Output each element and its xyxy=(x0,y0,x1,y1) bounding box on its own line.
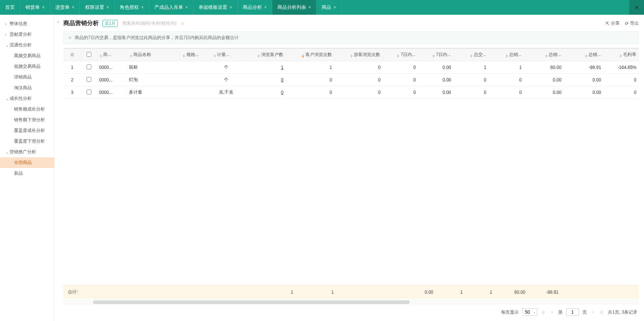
link-cell[interactable]: 0 xyxy=(281,90,284,95)
share-button[interactable]: ⇱分享 xyxy=(606,20,620,27)
close-icon[interactable]: × xyxy=(72,5,74,10)
column-browse-customers[interactable]: ▲▼浏览客户数 xyxy=(242,49,286,61)
tab-商品分析[interactable]: 商品分析× xyxy=(238,0,272,15)
page-last-button[interactable]: ›| xyxy=(599,310,604,315)
column-customer-views[interactable]: ▲▼客户浏览次数 xyxy=(286,49,334,61)
column-checkbox-all[interactable] xyxy=(81,49,97,61)
row-checkbox[interactable] xyxy=(87,64,91,69)
per-page-label: 每页显示 xyxy=(501,309,519,315)
totals-row: 合计: 1 1 0.00 1 1 60.00 -98.91 xyxy=(63,285,639,299)
tab-首页[interactable]: 首页 xyxy=(0,0,20,15)
chevron-down-icon: ⌄ xyxy=(5,150,9,155)
sidebar-group-整体信息[interactable]: ›整体信息 xyxy=(0,18,54,29)
export-icon: ⟳ xyxy=(625,21,629,26)
close-icon[interactable]: × xyxy=(141,5,144,10)
close-tab-button[interactable]: ✕ xyxy=(629,0,644,15)
page-prev-button[interactable]: ‹ xyxy=(550,310,554,315)
close-icon[interactable]: × xyxy=(333,5,336,10)
tab-进货单[interactable]: 进货单× xyxy=(50,0,80,15)
search-input[interactable] xyxy=(122,19,184,28)
close-icon[interactable]: × xyxy=(308,5,311,10)
close-icon[interactable]: × xyxy=(106,5,109,10)
share-icon: ⇱ xyxy=(606,21,609,26)
export-button[interactable]: ⟳导出 xyxy=(625,20,639,27)
sidebar-item-覆盖度下滑分析[interactable]: 覆盖度下滑分析 xyxy=(0,136,54,147)
sidebar-item-高频交易商品[interactable]: 高频交易商品 xyxy=(0,50,54,61)
column-total-b[interactable]: ▲▼总销... xyxy=(489,49,524,61)
page-summary: 共1页, 3条记录 xyxy=(608,309,637,315)
page-suffix: 页 xyxy=(582,309,587,315)
pagination: 每页显示 50 ⌄ |‹ ‹ 第 页 › ›| 共1页, 3条记录 xyxy=(63,305,639,321)
sidebar-item-滞销商品[interactable]: 滞销商品 xyxy=(0,72,54,83)
horizontal-scrollbar[interactable] xyxy=(63,300,639,305)
sidebar-item-淘汰商品[interactable]: 淘汰商品 xyxy=(0,83,54,93)
totals-label: 合计: xyxy=(68,289,141,295)
page-first-button[interactable]: |‹ xyxy=(541,310,546,315)
chevron-right-icon: › xyxy=(5,21,9,27)
sidebar-item-销售额下滑分析[interactable]: 销售额下滑分析 xyxy=(0,115,54,125)
sidebar-group-贡献度分析[interactable]: ›贡献度分析 xyxy=(0,29,54,40)
sidebar-item-新品[interactable]: 新品 xyxy=(0,168,54,179)
close-icon[interactable]: × xyxy=(42,5,45,10)
sidebar-item-低频交易商品[interactable]: 低频交易商品 xyxy=(0,61,54,72)
column-total-d[interactable]: ▲▼总销... xyxy=(564,49,603,61)
tip-icon: ✧ xyxy=(68,35,72,41)
column-code[interactable]: ▲▼商... xyxy=(97,49,127,61)
tab-商品分析列表[interactable]: 商品分析列表× xyxy=(272,0,316,15)
link-cell[interactable]: 1 xyxy=(281,65,284,70)
column-7d-b[interactable]: ▲▼7日内... xyxy=(418,49,454,61)
page-input[interactable] xyxy=(566,308,579,316)
table-row: 10000...鼠标个11000.001160.00-98.91-164.85% xyxy=(63,61,639,74)
page-title: 商品营销分析 xyxy=(63,20,99,27)
sidebar-item-销售额成长分析[interactable]: 销售额成长分析 xyxy=(0,104,54,115)
chevron-down-icon: ⌄ xyxy=(5,96,9,101)
tab-单据模板设置[interactable]: 单据模板设置× xyxy=(193,0,238,15)
column-profit[interactable]: ▲▼毛利率 xyxy=(603,49,639,61)
close-icon[interactable]: × xyxy=(264,5,267,10)
collapse-sidebar-button[interactable]: « xyxy=(55,15,62,321)
column-settings[interactable]: ⚙ xyxy=(63,49,81,61)
search-icon[interactable]: ⌕ xyxy=(181,20,184,26)
select-all-checkbox[interactable] xyxy=(87,52,91,57)
sidebar-item-全部商品[interactable]: 全部商品 xyxy=(0,157,54,168)
tip-text: 商品的7日内交易，是指客户浏览过此商品的分享，并且7日内购买此商品的金额合计 xyxy=(75,35,239,41)
tab-产成品入库单[interactable]: 产成品入库单× xyxy=(149,0,193,15)
column-name[interactable]: ▲▼商品名称 xyxy=(127,49,180,61)
sidebar-item-覆盖度成长分析[interactable]: 覆盖度成长分析 xyxy=(0,125,54,136)
tab-权限设置[interactable]: 权限设置× xyxy=(80,0,115,15)
tab-角色授权[interactable]: 角色授权× xyxy=(115,0,149,15)
sidebar: ›整体信息›贡献度分析⌄流通性分析高频交易商品低频交易商品滞销商品淘汰商品⌄成长… xyxy=(0,15,55,321)
sidebar-group-营销推广分析[interactable]: ⌄营销推广分析 xyxy=(0,147,54,157)
table-row: 20000...灯泡个00000.00000.000.000 xyxy=(63,74,639,86)
table-row: 30000...多计量克,千克00000.00000.000.000 xyxy=(63,86,639,99)
tab-商品[interactable]: 商品× xyxy=(316,0,342,15)
gear-icon: ⚙ xyxy=(70,52,74,57)
top-tabs: 首页销货单×进货单×权限设置×角色授权×产成品入库单×单据模板设置×商品分析×商… xyxy=(0,0,644,15)
row-checkbox[interactable] xyxy=(87,90,91,94)
column-guest-views[interactable]: ▲▼游客浏览次数 xyxy=(334,49,383,61)
page-prefix: 第 xyxy=(558,309,563,315)
sidebar-group-成长性分析[interactable]: ⌄成长性分析 xyxy=(0,93,54,104)
per-page-select[interactable]: 50 xyxy=(522,308,537,316)
page-next-button[interactable]: › xyxy=(591,310,595,315)
column-unit[interactable]: ▲▼计量... xyxy=(211,49,242,61)
column-total-c[interactable]: ▲▼总销... xyxy=(524,49,564,61)
sidebar-group-流通性分析[interactable]: ⌄流通性分析 xyxy=(0,40,54,50)
close-icon[interactable]: × xyxy=(185,5,188,10)
link-cell[interactable]: 0 xyxy=(281,77,284,83)
column-7d-a[interactable]: ▲▼7日内... xyxy=(383,49,418,61)
column-total-a[interactable]: ▲▼总交... xyxy=(453,49,489,61)
tab-销货单[interactable]: 销货单× xyxy=(20,0,50,15)
tip-banner: ✧ 商品的7日内交易，是指客户浏览过此商品的分享，并且7日内购买此商品的金额合计 xyxy=(63,31,639,44)
data-table: ⚙ ▲▼商... ▲▼商品名称 ▲▼规格... ▲▼计量... ▲▼浏览客户数 … xyxy=(63,49,639,99)
date-range-chip[interactable]: 近1月 xyxy=(102,20,118,27)
chevron-down-icon: ⌄ xyxy=(5,43,9,48)
close-icon[interactable]: × xyxy=(230,5,232,10)
column-spec[interactable]: ▲▼规格... xyxy=(180,49,211,61)
chevron-right-icon: › xyxy=(5,32,9,37)
row-checkbox[interactable] xyxy=(87,77,91,82)
